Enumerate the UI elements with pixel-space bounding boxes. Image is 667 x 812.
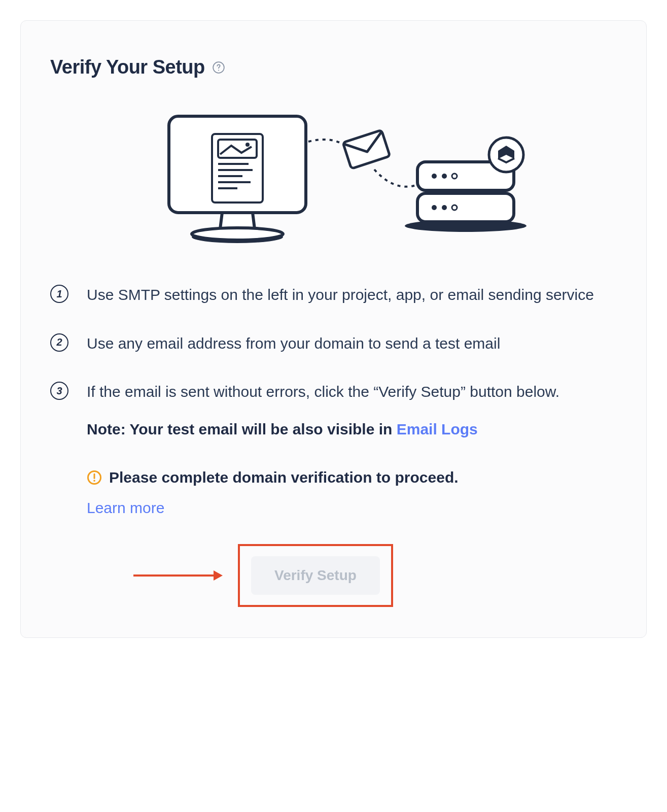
svg-point-21 [442, 205, 447, 210]
help-icon[interactable] [212, 61, 225, 74]
warning-text: Please complete domain verification to p… [109, 466, 459, 489]
step-number: 3 [50, 382, 68, 400]
warning-block: Please complete domain verification to p… [87, 466, 559, 519]
step-1: 1 Use SMTP settings on the left in your … [50, 284, 617, 306]
svg-point-17 [432, 174, 437, 179]
verify-setup-card: Verify Your Setup [20, 20, 647, 638]
verify-setup-button[interactable]: Verify Setup [251, 556, 380, 595]
step-body: If the email is sent without errors, cli… [87, 381, 559, 607]
page-title: Verify Your Setup [50, 56, 205, 78]
step-2: 2 Use any email address from your domain… [50, 332, 617, 355]
svg-point-1 [218, 70, 219, 71]
illustration [50, 106, 617, 248]
svg-point-7 [245, 143, 250, 147]
warning-row: Please complete domain verification to p… [87, 466, 559, 489]
step-number: 2 [50, 333, 68, 352]
step-number: 1 [50, 285, 68, 303]
steps-list: 1 Use SMTP settings on the left in your … [50, 284, 617, 607]
step-text: If the email is sent without errors, cli… [87, 381, 559, 403]
note-prefix: Note: Your test email will be also visib… [87, 421, 397, 437]
warning-icon [87, 470, 102, 485]
step-3: 3 If the email is sent without errors, c… [50, 381, 617, 607]
note-line: Note: Your test email will be also visib… [87, 418, 559, 441]
svg-rect-13 [343, 130, 390, 168]
step-text: Use any email address from your domain t… [87, 332, 500, 355]
svg-point-26 [93, 480, 95, 482]
svg-point-20 [432, 205, 437, 210]
highlight-frame: Verify Setup [238, 544, 393, 607]
svg-point-18 [442, 174, 447, 179]
step-text: Use SMTP settings on the left in your pr… [87, 284, 594, 306]
arrow-icon [132, 568, 224, 583]
header: Verify Your Setup [50, 56, 617, 78]
email-logs-link[interactable]: Email Logs [397, 421, 478, 437]
svg-point-4 [192, 228, 283, 240]
learn-more-link[interactable]: Learn more [87, 497, 164, 519]
action-row: Verify Setup [87, 544, 559, 607]
